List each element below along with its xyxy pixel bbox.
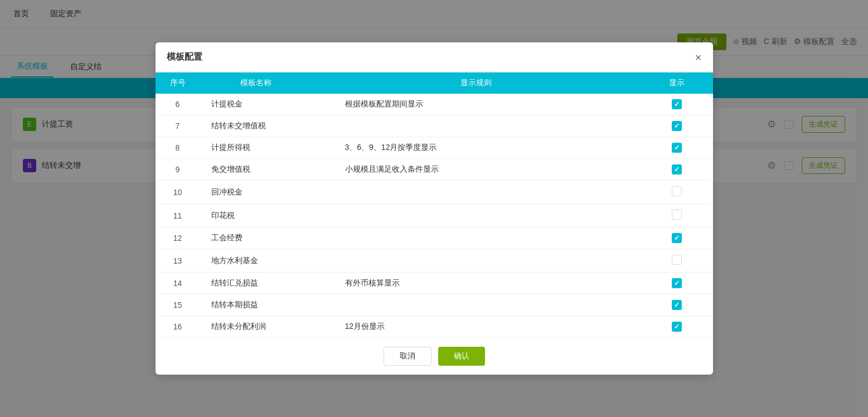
- cell-rule: 根据模板配置期间显示: [312, 94, 642, 115]
- cell-show[interactable]: [641, 204, 712, 227]
- cell-show[interactable]: [641, 94, 712, 115]
- cell-show[interactable]: [641, 273, 712, 294]
- table-row: 7结转未交增值税: [156, 115, 713, 137]
- modal-overlay: 模板配置 × 序号 模板名称 显示规则 显示 6计提税金根据模板配置期间显示7结…: [0, 0, 868, 417]
- modal-title: 模板配置: [167, 51, 202, 63]
- modal-close-button[interactable]: ×: [695, 52, 702, 63]
- cell-show[interactable]: [641, 159, 712, 181]
- modal-template-config: 模板配置 × 序号 模板名称 显示规则 显示 6计提税金根据模板配置期间显示7结…: [156, 42, 713, 375]
- table-header-row: 序号 模板名称 显示规则 显示: [156, 72, 713, 94]
- cell-show[interactable]: [641, 137, 712, 159]
- cell-name: 工会经费: [200, 227, 312, 249]
- cell-name: 结转未分配利润: [200, 316, 312, 338]
- cell-seq: 13: [156, 249, 200, 273]
- cell-seq: 12: [156, 227, 200, 249]
- cell-seq: 16: [156, 316, 200, 338]
- table-row: 16结转未分配利润12月份显示: [156, 316, 713, 338]
- cell-rule: 有外币核算显示: [312, 273, 642, 294]
- cell-name: 结转本期损益: [200, 294, 312, 316]
- table-row: 11印花税: [156, 204, 713, 227]
- checkbox-unchecked[interactable]: [672, 255, 682, 265]
- cell-show[interactable]: [641, 115, 712, 137]
- cell-show[interactable]: [641, 294, 712, 316]
- table-row: 14结转汇兑损益有外币核算显示: [156, 273, 713, 294]
- cell-name: 免交增值税: [200, 159, 312, 181]
- checkbox-checked[interactable]: [672, 164, 682, 174]
- cell-name: 计提所得税: [200, 137, 312, 159]
- cell-name: 印花税: [200, 204, 312, 227]
- cell-show[interactable]: [641, 181, 712, 204]
- cell-seq: 9: [156, 159, 200, 181]
- checkbox-checked[interactable]: [672, 233, 682, 243]
- modal-body: 序号 模板名称 显示规则 显示 6计提税金根据模板配置期间显示7结转未交增值税8…: [156, 72, 713, 337]
- cell-rule: [312, 227, 642, 249]
- col-header-rule: 显示规则: [312, 72, 642, 94]
- modal-header: 模板配置 ×: [156, 42, 713, 72]
- table-row: 15结转本期损益: [156, 294, 713, 316]
- checkbox-checked[interactable]: [672, 300, 682, 310]
- table-row: 13地方水利基金: [156, 249, 713, 273]
- cell-name: 回冲税金: [200, 181, 312, 204]
- col-header-seq: 序号: [156, 72, 200, 94]
- table-row: 10回冲税金: [156, 181, 713, 204]
- table-row: 9免交增值税小规模且满足收入条件显示: [156, 159, 713, 181]
- cell-seq: 11: [156, 204, 200, 227]
- col-header-name: 模板名称: [200, 72, 312, 94]
- checkbox-checked[interactable]: [672, 322, 682, 332]
- cell-rule: [312, 249, 642, 273]
- cell-seq: 10: [156, 181, 200, 204]
- cell-show[interactable]: [641, 227, 712, 249]
- cell-rule: [312, 115, 642, 137]
- checkbox-unchecked[interactable]: [672, 210, 682, 220]
- table-row: 8计提所得税3、6、9、12月按季度显示: [156, 137, 713, 159]
- checkbox-checked[interactable]: [672, 278, 682, 288]
- cell-seq: 6: [156, 94, 200, 115]
- cell-name: 结转未交增值税: [200, 115, 312, 137]
- cell-rule: 小规模且满足收入条件显示: [312, 159, 642, 181]
- cancel-button[interactable]: 取消: [384, 347, 431, 366]
- cell-seq: 7: [156, 115, 200, 137]
- table-row: 6计提税金根据模板配置期间显示: [156, 94, 713, 115]
- table-row: 12工会经费: [156, 227, 713, 249]
- checkbox-checked[interactable]: [672, 99, 682, 109]
- cell-name: 结转汇兑损益: [200, 273, 312, 294]
- config-table: 序号 模板名称 显示规则 显示 6计提税金根据模板配置期间显示7结转未交增值税8…: [156, 72, 713, 337]
- cell-show[interactable]: [641, 249, 712, 273]
- checkbox-checked[interactable]: [672, 143, 682, 153]
- cell-name: 地方水利基金: [200, 249, 312, 273]
- checkbox-unchecked[interactable]: [672, 186, 682, 196]
- cell-name: 计提税金: [200, 94, 312, 115]
- cell-rule: [312, 294, 642, 316]
- cell-seq: 15: [156, 294, 200, 316]
- cell-seq: 14: [156, 273, 200, 294]
- modal-footer: 取消 确认: [156, 337, 713, 375]
- cell-rule: 12月份显示: [312, 316, 642, 338]
- confirm-button[interactable]: 确认: [438, 347, 485, 366]
- cell-rule: [312, 181, 642, 204]
- checkbox-checked[interactable]: [672, 121, 682, 131]
- cell-rule: [312, 204, 642, 227]
- cell-rule: 3、6、9、12月按季度显示: [312, 137, 642, 159]
- cell-show[interactable]: [641, 316, 712, 338]
- col-header-show: 显示: [641, 72, 712, 94]
- cell-seq: 8: [156, 137, 200, 159]
